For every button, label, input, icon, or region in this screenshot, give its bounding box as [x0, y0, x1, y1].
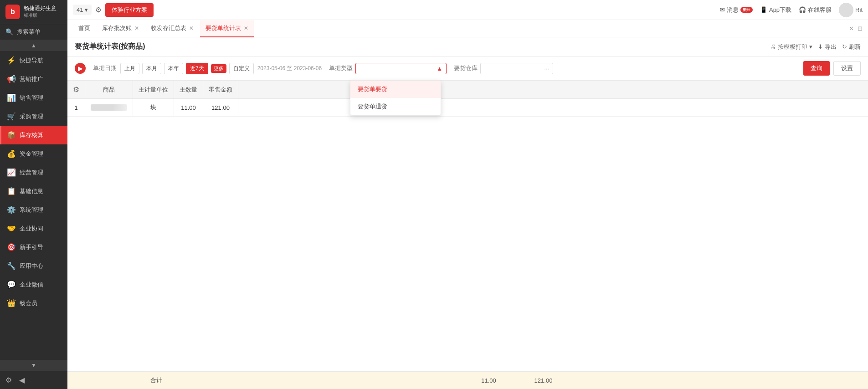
- app-version: 标准版: [24, 12, 56, 19]
- export-btn[interactable]: ⬇ 导出: [818, 43, 837, 51]
- member-icon: 👑: [7, 299, 16, 307]
- expand-filter-btn[interactable]: ▶: [75, 63, 86, 74]
- scroll-up-btn[interactable]: ▲: [0, 40, 67, 51]
- product-blurred: [91, 104, 127, 111]
- marketing-icon: 📢: [7, 75, 16, 83]
- col-amount: 零售金额: [203, 81, 238, 99]
- chevron-up-icon: ▲: [437, 65, 442, 72]
- chevron-down-icon: ▾: [809, 43, 812, 50]
- sidebar-item-finance[interactable]: 💰 资金管理: [0, 144, 67, 163]
- online-service-label: 在线客服: [808, 6, 832, 14]
- tab-label: 要货单统计表: [205, 24, 241, 32]
- date-btn-custom[interactable]: 自定义: [229, 63, 254, 74]
- date-btns: 上月 本月 本年 近7天 更多 自定义: [120, 63, 254, 74]
- app-download-label: App下载: [769, 6, 791, 14]
- filter-bar: ▶ 单据日期 上月 本月 本年 近7天 更多 自定义 2023-05-06 至 …: [67, 56, 868, 81]
- page-actions: 🖨 按模板打印 ▾ ⬇ 导出 ↻ 刷新: [770, 43, 861, 51]
- dropdown-item-order-return[interactable]: 要货单退货: [350, 98, 441, 115]
- sidebar-item-marketing[interactable]: 📢 营销推广: [0, 70, 67, 88]
- column-gear-icon[interactable]: ⚙: [73, 86, 79, 93]
- sidebar-item-guide[interactable]: 🎯 新手引导: [0, 238, 67, 256]
- date-more-badge[interactable]: 更多: [211, 64, 226, 73]
- messages-btn[interactable]: ✉ 消息 99+: [720, 6, 753, 14]
- cell-extra: [238, 99, 868, 117]
- date-label: 单据日期: [93, 64, 117, 72]
- dropdown-item-order-goods[interactable]: 要货单要货: [350, 81, 441, 98]
- gear-settings-icon[interactable]: ⚙: [95, 5, 102, 14]
- tab-home[interactable]: 首页: [73, 20, 96, 37]
- sidebar-item-operation[interactable]: 📈 经营管理: [0, 163, 67, 182]
- tab-label: 库存批次账: [102, 24, 132, 32]
- settings-icon[interactable]: ⚙: [5, 376, 12, 384]
- print-btn[interactable]: 🖨 按模板打印 ▾: [770, 43, 812, 51]
- user-profile[interactable]: Rit: [839, 3, 863, 17]
- close-all-icon[interactable]: ✕: [849, 25, 854, 32]
- cell-unit: 块: [133, 99, 174, 117]
- col-unit: 主计量单位: [133, 81, 174, 99]
- search-menu[interactable]: 🔍 搜索菜单: [0, 24, 67, 40]
- footer-qty: 11.00: [462, 377, 516, 384]
- footer-amount: 121.00: [516, 377, 571, 384]
- sidebar-item-enterprise[interactable]: 🤝 企业协同: [0, 219, 67, 238]
- cell-seq: 1: [67, 99, 85, 117]
- search-icon: 🔍: [5, 28, 13, 36]
- date-btn-this-year[interactable]: 本年: [164, 63, 183, 74]
- sidebar-nav: ⚡ 快捷导航 📢 营销推广 📊 销售管理 🛒 采购管理 📦 库存核算 💰 资金管…: [0, 51, 67, 360]
- finance-icon: 💰: [7, 149, 16, 158]
- date-btn-7days[interactable]: 近7天: [186, 63, 208, 74]
- query-btn[interactable]: 查询: [803, 61, 830, 76]
- collapse-icon[interactable]: ◀: [19, 376, 25, 384]
- app-download-btn[interactable]: 📱 App下载: [760, 6, 791, 14]
- date-filter-group: 单据日期 上月 本月 本年 近7天 更多 自定义 2023-05-06 至 20…: [93, 63, 322, 74]
- table-header-row: ⚙ 商品 主计量单位 主数量 零售金额: [67, 81, 868, 99]
- page-content: 要货单统计表(按商品) 🖨 按模板打印 ▾ ⬇ 导出 ↻ 刷新 ▶: [67, 37, 868, 389]
- tab-order-stats[interactable]: 要货单统计表 ✕: [200, 20, 254, 37]
- sidebar-item-purchase[interactable]: 🛒 采购管理: [0, 107, 67, 126]
- page-header: 要货单统计表(按商品) 🖨 按模板打印 ▾ ⬇ 导出 ↻ 刷新: [67, 37, 868, 56]
- tabs-bar: 首页 库存批次账 ✕ 收发存汇总表 ✕ 要货单统计表 ✕ ✕ ⊡: [67, 20, 868, 37]
- sidebar-item-label: 系统管理: [20, 206, 43, 214]
- sidebar-item-label: 企业协同: [20, 225, 43, 233]
- sidebar-item-quick-nav[interactable]: ⚡ 快捷导航: [0, 51, 67, 70]
- export-icon: ⬇: [818, 43, 823, 50]
- refresh-label: 刷新: [849, 43, 861, 51]
- online-service-btn[interactable]: 🎧 在线客服: [799, 6, 832, 14]
- sidebar-item-system[interactable]: ⚙️ 系统管理: [0, 200, 67, 219]
- enterprise-icon: 🤝: [7, 224, 16, 233]
- type-select[interactable]: ▲: [355, 63, 447, 74]
- sidebar-item-member[interactable]: 👑 畅会员: [0, 294, 67, 312]
- expand-tabs-icon[interactable]: ⊡: [858, 25, 863, 32]
- download-icon: 📱: [760, 6, 767, 13]
- date-btn-this-month[interactable]: 本月: [142, 63, 161, 74]
- wechat-icon: 💬: [7, 280, 16, 289]
- scroll-down-btn[interactable]: ▼: [0, 360, 67, 371]
- sidebar-item-sales[interactable]: 📊 销售管理: [0, 88, 67, 107]
- date-btn-last-month[interactable]: 上月: [120, 63, 139, 74]
- sidebar-item-inventory[interactable]: 📦 库存核算: [0, 126, 67, 144]
- warehouse-select[interactable]: ···: [480, 63, 553, 74]
- sidebar-item-wechat[interactable]: 💬 企业微信: [0, 275, 67, 294]
- tab-close-order-stats[interactable]: ✕: [244, 25, 248, 31]
- workspace-selector[interactable]: 41 ▾: [73, 5, 92, 15]
- refresh-btn[interactable]: ↻ 刷新: [842, 43, 861, 51]
- app-name: 畅捷通好生意: [24, 5, 56, 12]
- trial-btn[interactable]: 体验行业方案: [105, 3, 154, 17]
- sidebar-item-label: 新手引导: [20, 243, 43, 251]
- tab-inventory-batch[interactable]: 库存批次账 ✕: [97, 20, 144, 37]
- sidebar-item-label: 采购管理: [20, 113, 43, 121]
- sidebar-item-app-center[interactable]: 🔧 应用中心: [0, 256, 67, 275]
- tab-close-inventory-batch[interactable]: ✕: [134, 25, 139, 31]
- setting-btn[interactable]: 设置: [833, 61, 861, 76]
- app-center-icon: 🔧: [7, 261, 16, 270]
- main-content: 41 ▾ ⚙ 体验行业方案 ✉ 消息 99+ 📱 App下载 🎧 在线客服 R: [67, 0, 868, 389]
- col-qty: 主数量: [174, 81, 203, 99]
- tab-receive-summary[interactable]: 收发存汇总表 ✕: [145, 20, 199, 37]
- tab-close-receive-summary[interactable]: ✕: [189, 25, 194, 31]
- table-footer: 合计 11.00 121.00: [67, 371, 868, 389]
- sidebar-item-label: 营销推广: [20, 75, 43, 83]
- ellipsis-icon: ···: [544, 65, 549, 72]
- sidebar-item-basic-info[interactable]: 📋 基础信息: [0, 182, 67, 200]
- cell-product: [85, 99, 133, 117]
- footer-label: 合计: [73, 376, 162, 384]
- filter-actions: 查询 设置: [803, 61, 861, 76]
